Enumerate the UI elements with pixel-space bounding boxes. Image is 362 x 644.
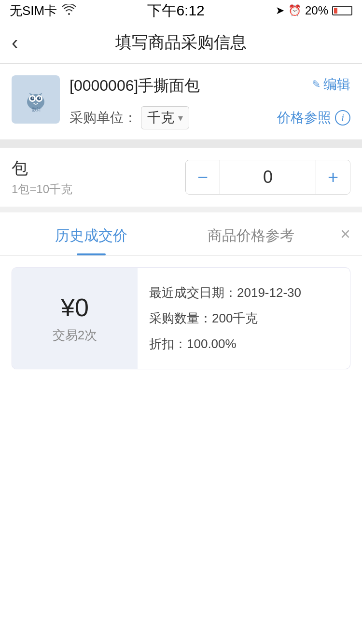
- svg-point-6: [39, 98, 41, 99]
- info-icon: i: [335, 110, 350, 126]
- status-time: 下午6:12: [147, 1, 204, 21]
- transaction-count: 交易2次: [53, 327, 97, 344]
- quantity-minus-button[interactable]: −: [186, 160, 220, 194]
- close-button[interactable]: ×: [331, 219, 350, 249]
- status-bar: 无SIM卡 下午6:12 ➤ ⏰ 20%: [0, 0, 362, 21]
- tab-price-reference[interactable]: 商品价格参考: [171, 212, 330, 255]
- quantity-control: − +: [185, 160, 350, 195]
- unit-label: 采购单位：: [70, 109, 137, 127]
- nav-bar: ‹ 填写商品采购信息: [0, 21, 362, 64]
- transaction-details: 最近成交日期：2019-12-30 采购数量：200千克 折扣：100.00%: [138, 268, 350, 369]
- tabs-header: 历史成交价 商品价格参考 ×: [0, 212, 362, 256]
- section-divider: [0, 140, 362, 148]
- quantity-section: 包 1包=10千克 − +: [0, 148, 362, 207]
- price-reference-button[interactable]: 价格参照 i: [277, 109, 350, 127]
- transaction-summary: ¥0 交易2次: [12, 268, 138, 369]
- transaction-discount-row: 折扣：100.00%: [149, 335, 338, 353]
- unit-value: 千克: [147, 109, 174, 127]
- wifi-icon: [62, 3, 76, 18]
- quantity-value: 200千克: [212, 311, 258, 325]
- location-icon: ➤: [276, 4, 284, 17]
- bottom-area: [0, 381, 362, 644]
- svg-text:数计: 数计: [32, 107, 42, 112]
- page-title: 填写商品采购信息: [115, 31, 247, 54]
- discount-value: 100.00%: [187, 336, 237, 351]
- quantity-plus-button[interactable]: +: [316, 160, 350, 194]
- alarm-icon: ⏰: [288, 4, 301, 17]
- quantity-unit: 包: [12, 157, 72, 180]
- product-thumbnail: 数计: [12, 75, 60, 124]
- transaction-date-row: 最近成交日期：2019-12-30: [149, 283, 338, 302]
- battery-percentage: 20%: [305, 4, 328, 17]
- unit-select[interactable]: 千克 ▾: [141, 106, 189, 129]
- quantity-conversion: 1包=10千克: [12, 182, 72, 197]
- tab-price-reference-label: 商品价格参考: [208, 227, 294, 243]
- tabs-section: 历史成交价 商品价格参考 × ¥0 交易2次 最近成交日期：2019-12-30…: [0, 212, 362, 381]
- recent-date-value: 2019-12-30: [237, 285, 301, 300]
- back-button[interactable]: ‹: [12, 33, 18, 52]
- transaction-price: ¥0: [61, 293, 89, 322]
- battery-icon: [332, 6, 352, 15]
- chevron-down-icon: ▾: [178, 112, 183, 124]
- transaction-quantity-row: 采购数量：200千克: [149, 309, 338, 328]
- recent-date-label: 最近成交日期：: [149, 285, 237, 300]
- price-ref-label: 价格参照: [277, 109, 331, 127]
- transaction-card: ¥0 交易2次 最近成交日期：2019-12-30 采购数量：200千克 折扣：…: [12, 267, 350, 369]
- tab-history-price-label: 历史成交价: [55, 227, 127, 243]
- tab-content: ¥0 交易2次 最近成交日期：2019-12-30 采购数量：200千克 折扣：…: [0, 256, 362, 381]
- edit-label: 编辑: [323, 75, 350, 94]
- quantity-input[interactable]: [220, 160, 316, 194]
- edit-icon: ✎: [312, 78, 320, 91]
- svg-point-5: [32, 98, 34, 99]
- discount-label: 折扣：: [149, 336, 187, 351]
- status-right: ➤ ⏰ 20%: [276, 4, 352, 17]
- sim-status: 无SIM卡: [10, 2, 57, 19]
- product-info: [0000006]手撕面包 ✎ 编辑 采购单位： 千克 ▾ 价格参照: [70, 75, 350, 129]
- product-name: [0000006]手撕面包: [70, 75, 312, 97]
- quantity-label: 采购数量：: [149, 311, 212, 325]
- tab-history-price[interactable]: 历史成交价: [12, 212, 171, 255]
- edit-button[interactable]: ✎ 编辑: [312, 75, 350, 94]
- product-section: 数计 [0000006]手撕面包 ✎ 编辑 采购单位： 千克 ▾: [0, 64, 362, 139]
- quantity-label-group: 包 1包=10千克: [12, 157, 72, 197]
- status-left: 无SIM卡: [10, 2, 76, 19]
